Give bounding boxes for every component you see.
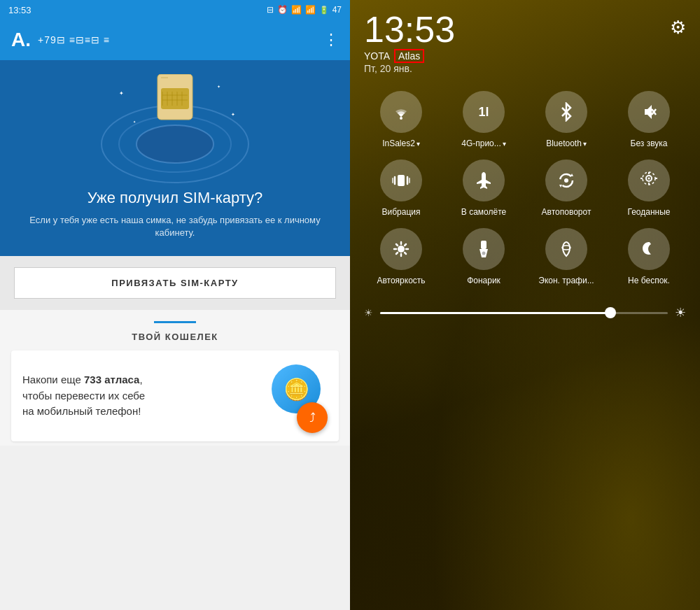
sim-card-button[interactable]: ПРИВЯЗАТЬ SIM-КАРТУ [14,267,336,299]
brightness-slider[interactable] [380,312,668,314]
tile-airplane[interactable]: В самолёте [447,159,521,217]
wallet-divider [154,321,196,323]
signal2-icon-status: 🔋 [319,6,329,15]
tile-location[interactable]: Геоданные [612,159,686,217]
tile-dnd[interactable]: Не беспок. [612,228,686,285]
sim-button-area: ПРИВЯЗАТЬ SIM-КАРТУ [0,256,350,310]
app-bar-left: А. +79⊟ ≡⊟≡⊟ ≡ [11,29,110,51]
sim-bg-art: ✦ ✦ ✦ ✦ [98,74,252,186]
tile-autorotate[interactable]: Автоповорот [529,159,603,217]
autorotate-circle [545,159,587,201]
quick-tiles-grid: InSales2 ▾ 1l 4G-прио... ▾ [364,91,686,285]
svg-rect-20 [398,175,405,186]
tile-datasave[interactable]: Экон. тра­фи... [529,228,603,285]
4g-circle: 1l [463,91,505,133]
notification-time: 13:53 [364,11,455,48]
flashlight-circle [463,228,505,270]
tile-label-row-wifi: InSales2 ▾ [382,139,420,148]
location-icon [639,171,659,190]
tile-wifi[interactable]: InSales2 ▾ [364,91,438,148]
tile-label-4g: 4G-прио... [461,139,501,148]
svg-text:✦: ✦ [133,120,136,124]
4g-icon: 1l [478,105,489,120]
share-icon: ⤴ [309,411,316,425]
tile-mute[interactable]: Без звука [612,91,686,148]
tile-label-location: Геоданные [627,207,670,217]
tile-label-wifi: InSales2 [382,139,415,148]
tile-label-airplane: В самолёте [461,207,506,217]
svg-point-22 [564,178,568,183]
tile-label-datasave: Экон. тра­фи... [538,276,594,285]
svg-rect-4 [161,88,189,109]
tile-label-row-bt: Bluetooth ▾ [546,139,587,148]
tile-label-mute: Без звука [631,139,668,148]
tile-vibrate[interactable]: Вибрация [364,159,438,217]
svg-text:✦: ✦ [231,112,235,117]
brightness-thumb[interactable] [605,307,616,318]
menu-icon[interactable]: ⋮ [323,31,339,49]
brightness-fill [380,312,610,314]
svg-point-2 [136,125,214,163]
datasave-circle [545,228,587,270]
vibrate-icon [391,171,411,190]
app-phone: +79⊟ ≡⊟≡⊟ ≡ [38,34,110,45]
provider-atlas: Atlas [394,49,424,63]
sim-subtitle: Если у тебя уже есть наша симка, не забу… [0,214,350,239]
coin-emoji: 🪙 [284,377,309,402]
sim-title: Уже получил SIM-карту? [88,189,263,207]
mute-icon [639,102,659,122]
tile-bluetooth[interactable]: Bluetooth ▾ [529,91,603,148]
tile-label-row-4g: 4G-прио... ▾ [461,139,506,148]
wifi-tile-icon [391,104,411,120]
location-circle [628,159,670,201]
wifi-arrow: ▾ [416,140,420,148]
airplane-circle [463,159,505,201]
signal-icon-status: 📶 [305,5,316,15]
tile-4g[interactable]: 1l 4G-прио... ▾ [447,91,521,148]
wifi-icon-status: 📶 [291,5,302,15]
battery-level: 47 [332,5,342,15]
mute-circle [628,91,670,133]
brightness-low-icon: ☀ [364,307,373,318]
app-logo: А. [11,29,31,51]
right-panel: 13:53 YOTA Atlas Пт, 20 янв. ⚙ [350,0,700,610]
brightness-tile-icon [391,239,411,259]
wallet-coins: 🪙 ⤴ [265,364,328,427]
tile-label-vibrate: Вибрация [382,207,420,217]
bluetooth-icon [559,102,573,122]
4g-arrow: ▾ [503,140,506,148]
tile-label-brightness: Автояркость [377,276,425,285]
vibrate-circle [380,159,422,201]
provider-name: YOTA [364,50,390,62]
left-panel: 13:53 ⊟ ⏰ 📶 📶 🔋 47 А. +79⊟ ≡⊟≡⊟ ≡ ⋮ [0,0,350,610]
sim-section: ✦ ✦ ✦ ✦ Уже получил SIM-карту? Если у те… [0,60,350,256]
tile-label-dnd: Не беспок. [628,276,670,285]
right-content: 13:53 YOTA Atlas Пт, 20 янв. ⚙ [364,11,686,599]
tile-brightness[interactable]: Автояркость [364,228,438,285]
brightness-slider-row: ☀ ☀ [364,305,686,320]
settings-icon[interactable]: ⚙ [670,17,686,38]
flashlight-icon [476,239,491,259]
tile-label-autorotate: Автоповорот [542,207,592,217]
wifi-circle [380,91,422,133]
wallet-section: ТВОЙ КОШЕЛЕК Накопи еще 733 атласа,чтобы… [0,310,350,446]
status-time-left: 13:53 [8,5,31,15]
share-button[interactable]: ⤴ [297,402,328,433]
wallet-card: Накопи еще 733 атласа,чтобы перевести их… [11,350,339,441]
svg-rect-27 [481,241,486,249]
airplane-icon [474,171,493,190]
tile-flashlight[interactable]: Фонарик [447,228,521,285]
svg-point-24 [648,178,650,180]
wallet-title: ТВОЙ КОШЕЛЕК [132,332,218,342]
provider-row: YOTA Atlas [364,49,455,63]
svg-point-26 [398,246,405,253]
notification-header: 13:53 YOTA Atlas Пт, 20 янв. ⚙ [364,11,686,74]
svg-point-17 [400,117,402,120]
app-bar: А. +79⊟ ≡⊟≡⊟ ≡ ⋮ [0,20,350,60]
svg-text:✦: ✦ [217,85,220,89]
wallet-text: Накопи еще 733 атласа,чтобы перевести их… [22,372,265,420]
status-icons-left: ⊟ ⏰ 📶 📶 🔋 47 [267,5,342,15]
screen-icon: ⊟ [267,5,274,15]
svg-point-28 [482,252,486,255]
bt-arrow: ▾ [583,140,587,148]
